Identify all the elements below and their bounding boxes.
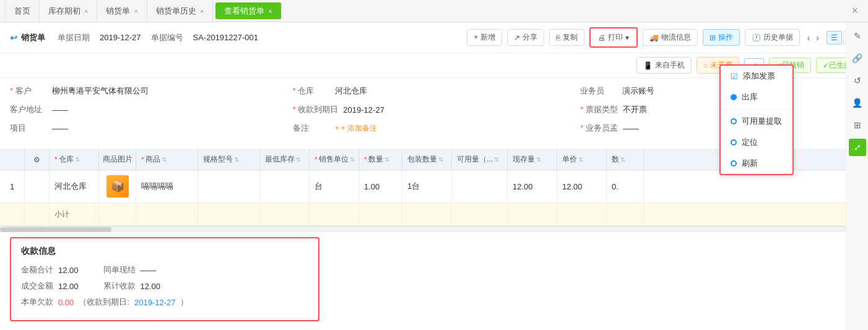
locate-item[interactable]: 定位 — [721, 132, 792, 153]
subtotal-avail — [452, 203, 508, 225]
operations-button[interactable]: ⊞ 操作 — [703, 29, 740, 46]
tab-sales-history-close[interactable]: × — [200, 7, 204, 15]
product-image: 📦 — [106, 175, 129, 198]
next-arrow[interactable]: › — [814, 32, 822, 44]
same-order-settle-value: —— — [141, 266, 157, 275]
col-spec-header: 规格型号 ⇅ — [198, 149, 260, 170]
tab-inventory[interactable]: 库存期初 × — [40, 0, 97, 22]
salesperson-field: * 业务员孟 —— — [575, 123, 858, 134]
subtotal-stock — [508, 203, 557, 225]
list-view-btn[interactable]: ☰ — [827, 31, 842, 45]
col-settings-header[interactable]: ⚙ — [25, 149, 50, 170]
operations-dropdown: ☑ 添加发票 出库 可用量提取 定位 刷新 — [719, 64, 794, 175]
subtotal-settings — [25, 203, 50, 225]
project-label: 项目 — [10, 123, 47, 134]
share-icon: ↗ — [514, 33, 520, 42]
available-qty-item[interactable]: 可用量提取 — [721, 111, 792, 132]
print-button[interactable]: 🖨 打印 ▾ — [592, 30, 635, 45]
sidebar-refresh-btn[interactable]: ↺ — [849, 72, 866, 89]
print-button-wrapper: 🖨 打印 ▾ — [589, 27, 638, 48]
project-field: 项目 —— — [10, 123, 293, 134]
add-remark-icon: + — [335, 124, 339, 132]
remark-field: 备注 + + 添加备注 — [293, 123, 576, 134]
refresh-radio-icon — [731, 160, 737, 167]
warehouse-label: * 仓库 — [293, 85, 330, 97]
tab-sales[interactable]: 销货单 × — [97, 0, 147, 22]
sidebar-user-icon: 👤 — [852, 98, 862, 108]
phone-icon: 📱 — [643, 61, 653, 70]
add-invoice-item[interactable]: ☑ 添加发票 — [721, 66, 792, 87]
available-qty-radio-icon — [731, 118, 737, 124]
share-button[interactable]: ↗ 分享 — [507, 29, 544, 46]
deal-amount-value: 12.00 — [58, 282, 79, 291]
row-stock: 12.00 — [508, 170, 557, 202]
logistics-button[interactable]: 🚚 物流信息 — [643, 29, 698, 46]
nav-arrows: ‹ › — [805, 32, 822, 44]
locate-radio-icon — [731, 139, 737, 145]
sidebar-edit-icon: ✎ — [854, 31, 861, 41]
tab-sales-close[interactable]: × — [134, 7, 137, 15]
add-remark-button[interactable]: + + 添加备注 — [335, 123, 377, 134]
row-spec — [198, 170, 260, 202]
row-product: 嗝嗝嗝嗝 — [136, 170, 198, 202]
col-unit-header: * 销售单位 ⇅ — [310, 149, 359, 170]
table-scrollbar-thumb[interactable] — [0, 227, 111, 232]
sidebar-refresh-icon: ↺ — [854, 76, 861, 85]
prev-arrow[interactable]: ‹ — [805, 32, 813, 44]
sidebar-table-icon: ⊞ — [854, 120, 861, 130]
tab-view-sales-close[interactable]: × — [268, 7, 272, 15]
same-order-settle-label: 同单现结 — [103, 264, 136, 276]
new-button[interactable]: + 新增 — [467, 29, 501, 46]
add-invoice-label: 添加发票 — [743, 71, 775, 82]
refresh-label: 刷新 — [742, 158, 758, 169]
add-invoice-checkbox-icon: ☑ — [731, 72, 738, 81]
row-qty: 1.00 — [359, 170, 402, 202]
row-unit: 台 — [310, 170, 359, 202]
payment-info-title: 收款信息 — [21, 246, 308, 257]
subtotal-product — [136, 203, 198, 225]
subtotal-unit — [310, 203, 359, 225]
salesperson-value: —— — [623, 124, 639, 133]
sidebar-user-btn[interactable]: 👤 — [849, 94, 866, 111]
sidebar-edit-btn[interactable]: ✎ — [849, 27, 866, 45]
doc-meta: 单据日期 2019-12-27 单据编号 SA-20191227-001 — [58, 32, 467, 43]
doc-icon: ↩ — [10, 33, 17, 43]
project-value: —— — [52, 124, 68, 133]
sidebar-table-btn[interactable]: ⊞ — [849, 116, 866, 134]
history-icon: 🕐 — [752, 33, 761, 42]
locate-label: 定位 — [742, 137, 758, 148]
tab-inventory-close[interactable]: × — [84, 7, 88, 15]
close-all-button[interactable]: × — [846, 4, 863, 17]
table-scrollbar[interactable] — [0, 226, 868, 232]
col-product-header: * 商品 ⇅ — [136, 149, 198, 170]
tab-sales-history[interactable]: 销货单历史 × — [147, 0, 213, 22]
payment-row-1: 金额合计 12.00 同单现结 —— — [21, 264, 308, 276]
row-settings — [25, 170, 50, 202]
col-amount-header: 数 ⇅ — [607, 149, 644, 170]
print-icon: 🖨 — [598, 33, 605, 42]
outbound-label: 出库 — [742, 92, 758, 103]
sidebar-expand-icon: ⤢ — [854, 142, 861, 152]
refresh-item[interactable]: 刷新 — [721, 153, 792, 174]
col-min-stock-header: 最低库存 ⇅ — [260, 149, 310, 170]
total-amount-label: 金额合计 — [21, 264, 53, 276]
cumulative-payment-field: 累计收款 12.00 — [103, 280, 161, 292]
payment-date-value: 2019-12-27 — [343, 105, 384, 115]
payment-row-3: 本单欠款 0.00 （收款到期日: 2019-12-27 ） — [21, 297, 308, 308]
from-phone-button[interactable]: 📱 来自手机 — [636, 57, 692, 74]
history-button[interactable]: 🕐 历史单据 — [745, 29, 800, 46]
tab-view-sales[interactable]: 查看销货单 × — [215, 2, 281, 19]
employee-label: 业务员 — [580, 85, 617, 97]
col-image-header: 商品图片 — [99, 149, 136, 170]
right-sidebar: ✎ 🔗 ↺ 👤 ⊞ ⤢ — [846, 22, 868, 330]
subtotal-price — [557, 203, 607, 225]
row-index: 1 — [0, 170, 25, 202]
tab-home[interactable]: 首页 — [5, 0, 40, 22]
address-value: —— — [52, 105, 68, 115]
copy-button[interactable]: ⎘ 复制 — [549, 29, 584, 46]
customer-field: * 客户 柳州粤港平安气体有限公司 — [10, 85, 293, 97]
employee-value: 演示账号 — [622, 85, 654, 97]
sidebar-link-btn[interactable]: 🔗 — [849, 50, 866, 67]
sidebar-expand-btn[interactable]: ⤢ — [849, 139, 866, 156]
outbound-item[interactable]: 出库 — [721, 87, 792, 108]
